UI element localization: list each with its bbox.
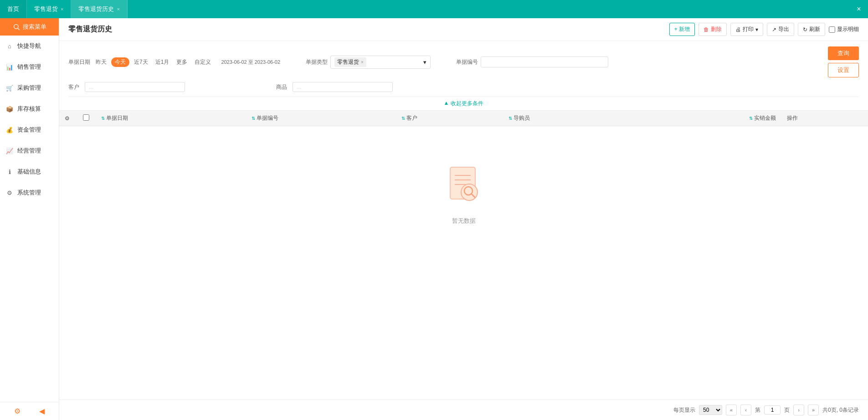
tab-retail-return[interactable]: 零售退货 × bbox=[27, 0, 71, 18]
query-button[interactable]: 查询 bbox=[828, 46, 859, 60]
bill-no-label: 单据编号 bbox=[456, 58, 478, 66]
th-action: 操作 bbox=[781, 111, 868, 126]
per-page-select[interactable]: 50 20 100 bbox=[699, 405, 722, 415]
system-icon: ⚙ bbox=[5, 189, 14, 197]
th-guide-label: 导购员 bbox=[514, 115, 530, 121]
empty-text: 暂无数据 bbox=[452, 217, 476, 225]
sidebar-item-purchase[interactable]: 🛒 采购管理 bbox=[0, 77, 59, 98]
toolbar: + 新增 🗑 删除 🖨 打印 ▾ ↗ 导出 ↻ 刷新 bbox=[669, 23, 859, 36]
delete-button[interactable]: 🗑 删除 bbox=[699, 23, 727, 36]
empty-state-row: 暂无数据 bbox=[59, 126, 868, 262]
filter-row-2: 客户 ... 商品 ... bbox=[68, 82, 859, 92]
sidebar-item-home-label: 快捷导航 bbox=[17, 42, 41, 50]
date-btn-7days[interactable]: 近7天 bbox=[131, 57, 151, 67]
settings-button[interactable]: ⚙ bbox=[14, 407, 21, 415]
th-settings[interactable]: ⚙ bbox=[59, 111, 77, 126]
sort-icon-3: ⇅ bbox=[401, 116, 405, 121]
tab-retail-return-label: 零售退货 bbox=[34, 5, 58, 13]
sidebar-item-info-label: 基础信息 bbox=[17, 168, 41, 176]
tab-retail-return-history[interactable]: 零售退货历史 × bbox=[71, 0, 127, 18]
date-btn-yesterday[interactable]: 昨天 bbox=[93, 57, 109, 67]
collapse-sidebar-button[interactable]: ◀ bbox=[39, 407, 45, 415]
date-btn-custom[interactable]: 自定义 bbox=[192, 57, 214, 67]
bill-no-filter-item: 单据编号 bbox=[456, 56, 608, 67]
date-btn-1month[interactable]: 近1月 bbox=[153, 57, 172, 67]
table-settings-icon[interactable]: ⚙ bbox=[65, 115, 70, 122]
sidebar-item-business[interactable]: 📈 经营管理 bbox=[0, 140, 59, 161]
goods-placeholder: ... bbox=[297, 84, 389, 90]
refresh-button[interactable]: ↻ 刷新 bbox=[798, 23, 825, 36]
bill-type-tag-text: 零售退货 bbox=[337, 58, 359, 66]
window-close-button[interactable]: × bbox=[850, 0, 868, 18]
new-button[interactable]: + 新增 bbox=[669, 23, 695, 36]
bill-type-select[interactable]: 零售退货 × ▾ bbox=[330, 56, 431, 69]
date-filter-options: 昨天 今天 近7天 近1月 更多 自定义 bbox=[93, 57, 214, 67]
table-header: ⚙ ⇅ 单据日期 ⇅ 单据编号 bbox=[59, 111, 868, 126]
sidebar-item-finance[interactable]: 💰 资金管理 bbox=[0, 119, 59, 140]
sidebar-bottom: ⚙ ◀ bbox=[0, 402, 59, 420]
page-label-pre: 第 bbox=[755, 406, 760, 414]
set-button[interactable]: 设置 bbox=[828, 63, 859, 77]
th-customer[interactable]: ⇅ 客户 bbox=[396, 111, 503, 126]
print-icon: 🖨 bbox=[735, 26, 741, 33]
sort-icon-5: ⇅ bbox=[749, 116, 753, 121]
sidebar-item-sales[interactable]: 📊 销售管理 bbox=[0, 56, 59, 77]
customer-filter: 客户 ... bbox=[68, 82, 251, 92]
th-bill-no[interactable]: ⇅ 单据编号 bbox=[246, 111, 396, 126]
sort-icon-4: ⇅ bbox=[508, 116, 512, 121]
page-number-input[interactable] bbox=[764, 405, 781, 415]
sidebar-item-business-label: 经营管理 bbox=[17, 147, 41, 155]
goods-select[interactable]: ... bbox=[293, 82, 393, 92]
bill-type-filter-item: 单据类型 零售退货 × ▾ bbox=[306, 56, 431, 69]
info-icon: ℹ bbox=[5, 168, 14, 176]
select-all-checkbox[interactable] bbox=[83, 114, 89, 121]
tab-home[interactable]: 首页 bbox=[0, 0, 27, 18]
svg-line-1 bbox=[18, 28, 20, 30]
sidebar-item-finance-label: 资金管理 bbox=[17, 126, 41, 134]
search-icon bbox=[13, 23, 20, 31]
sidebar-item-sales-label: 销售管理 bbox=[17, 63, 41, 71]
content-area: 零售退货历史 + 新增 🗑 删除 🖨 打印 ▾ ↗ 导出 bbox=[59, 18, 868, 420]
th-action-label: 操作 bbox=[787, 115, 798, 121]
collapse-filter-bar[interactable]: ▲ 收起更多条件 bbox=[68, 97, 859, 110]
search-menu-button[interactable]: 搜索菜单 bbox=[0, 18, 59, 36]
export-icon: ↗ bbox=[772, 26, 776, 33]
customer-label: 客户 bbox=[68, 83, 82, 91]
show-detail-wrap: 显示明细 bbox=[829, 26, 859, 33]
tab-retail-return-history-close[interactable]: × bbox=[117, 6, 119, 12]
total-label: 共0页, 0条记录 bbox=[822, 406, 859, 414]
sidebar-item-purchase-label: 采购管理 bbox=[17, 84, 41, 92]
purchase-icon: 🛒 bbox=[5, 84, 14, 92]
first-page-button[interactable]: « bbox=[726, 405, 737, 415]
bill-no-input[interactable] bbox=[481, 56, 608, 67]
show-detail-checkbox[interactable] bbox=[829, 26, 835, 33]
action-buttons: 查询 设置 bbox=[828, 46, 859, 77]
tab-retail-return-close[interactable]: × bbox=[61, 6, 63, 12]
date-btn-more[interactable]: 更多 bbox=[174, 57, 190, 67]
customer-select[interactable]: ... bbox=[85, 82, 185, 92]
th-customer-label: 客户 bbox=[406, 115, 417, 121]
new-button-label: + 新增 bbox=[674, 26, 690, 33]
export-button[interactable]: ↗ 导出 bbox=[767, 23, 794, 36]
goods-filter: 商品 ... bbox=[276, 82, 458, 92]
table-body: 暂无数据 bbox=[59, 126, 868, 262]
date-btn-today[interactable]: 今天 bbox=[111, 57, 129, 67]
sidebar-item-system-label: 系统管理 bbox=[17, 189, 41, 197]
sidebar-item-info[interactable]: ℹ 基础信息 bbox=[0, 161, 59, 182]
sidebar-item-inventory[interactable]: 📦 库存核算 bbox=[0, 98, 59, 119]
sidebar-item-system[interactable]: ⚙ 系统管理 bbox=[0, 182, 59, 203]
th-amount[interactable]: ⇅ 实销金额 bbox=[632, 111, 782, 126]
th-bill-date[interactable]: ⇅ 单据日期 bbox=[96, 111, 246, 126]
print-button[interactable]: 🖨 打印 ▾ bbox=[730, 23, 763, 36]
bill-type-dropdown-icon: ▾ bbox=[423, 59, 426, 66]
th-guide[interactable]: ⇅ 导购员 bbox=[503, 111, 632, 126]
sidebar-item-home[interactable]: ⌂ 快捷导航 bbox=[0, 36, 59, 56]
next-page-button[interactable]: › bbox=[793, 405, 804, 415]
last-page-button[interactable]: » bbox=[808, 405, 819, 415]
prev-page-button[interactable]: ‹ bbox=[740, 405, 751, 415]
tab-list: 首页 零售退货 × 零售退货历史 × bbox=[0, 0, 850, 18]
per-page-label: 每页显示 bbox=[673, 406, 695, 414]
bill-type-tag-close[interactable]: × bbox=[361, 60, 364, 65]
home-icon: ⌂ bbox=[5, 42, 14, 50]
main-layout: 搜索菜单 ⌂ 快捷导航 📊 销售管理 🛒 采购管理 📦 库存核算 bbox=[0, 18, 868, 420]
